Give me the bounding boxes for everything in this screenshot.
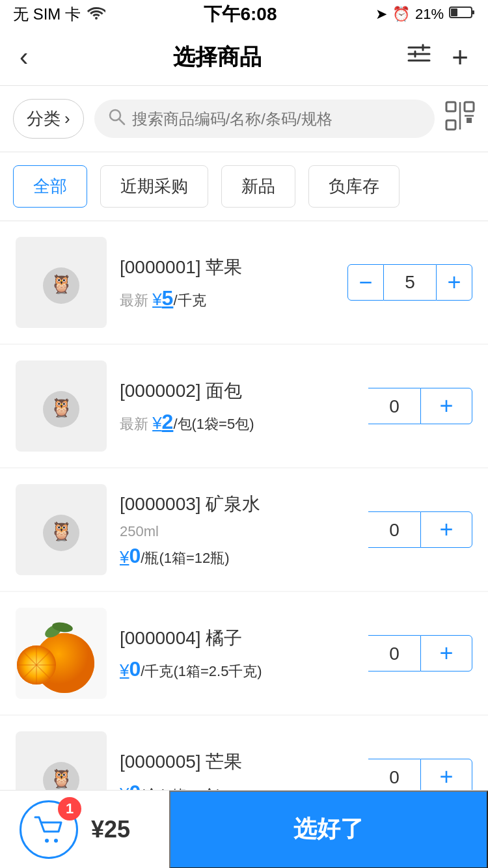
product-image: 🦉 — [16, 237, 107, 328]
quantity-value: 0 — [368, 388, 420, 424]
product-price: 最新 ¥2/包(1袋=5包) — [120, 410, 355, 434]
svg-text:🦉: 🦉 — [50, 521, 73, 542]
quantity-input[interactable] — [384, 264, 436, 301]
product-price: ¥0/千克(1箱=2.5千克) — [120, 657, 355, 681]
product-image — [16, 608, 107, 699]
quantity-control: 0 + — [368, 511, 472, 548]
svg-rect-2 — [472, 10, 474, 14]
quantity-value: 0 — [368, 511, 420, 548]
product-name: [0000004] 橘子 — [120, 626, 355, 651]
quantity-control: 0 + — [368, 635, 472, 671]
page-title: 选择商品 — [173, 42, 262, 72]
svg-rect-1 — [451, 8, 457, 16]
product-spec: 250ml — [120, 523, 355, 540]
product-name: [0000002] 面包 — [120, 379, 355, 403]
sim-status: 无 SIM 卡 — [13, 4, 81, 25]
nav-icons: + — [406, 41, 468, 74]
cart-total: ¥25 — [91, 816, 130, 843]
svg-point-37 — [45, 839, 49, 843]
search-box[interactable] — [94, 100, 435, 138]
category-button[interactable]: 分类 › — [13, 99, 84, 139]
product-info: [0000001] 苹果 最新 ¥5/千克 — [120, 255, 334, 310]
svg-text:🦉: 🦉 — [50, 273, 73, 295]
product-price: 最新 ¥5/千克 — [120, 286, 334, 310]
status-bar: 无 SIM 卡 下午6:08 ➤ ⏰ 21% — [0, 0, 488, 29]
product-item: [0000004] 橘子 ¥0/千克(1箱=2.5千克) 0 + — [0, 592, 488, 714]
cart-badge: 1 — [58, 797, 81, 821]
status-left: 无 SIM 卡 — [13, 4, 105, 25]
filter-icon[interactable] — [406, 42, 432, 72]
quantity-plus-button[interactable]: + — [420, 511, 472, 548]
svg-rect-11 — [465, 102, 474, 111]
add-icon[interactable]: + — [452, 41, 468, 74]
tab-negative-stock[interactable]: 负库存 — [308, 165, 400, 208]
cart-area: 1 ¥25 — [0, 800, 169, 859]
product-name: [0000001] 苹果 — [120, 255, 334, 280]
back-button[interactable]: ‹ — [20, 42, 28, 72]
status-right: ➤ ⏰ 21% — [375, 5, 475, 23]
cart-button[interactable]: 1 — [20, 800, 78, 859]
wifi-icon — [87, 5, 105, 23]
svg-rect-15 — [467, 118, 472, 123]
product-item: 🦉 [0000003] 矿泉水 250ml ¥0/瓶(1箱=12瓶) 0 + — [0, 468, 488, 591]
product-price: ¥0/瓶(1箱=12瓶) — [120, 544, 355, 568]
search-icon — [107, 107, 126, 130]
bottom-bar: 1 ¥25 选好了 — [0, 790, 488, 868]
quantity-plus-button[interactable]: + — [420, 388, 472, 424]
svg-text:🦉: 🦉 — [50, 768, 73, 789]
quantity-plus-button[interactable]: + — [420, 635, 472, 671]
product-name: [0000003] 矿泉水 — [120, 492, 355, 517]
search-input[interactable] — [132, 110, 422, 128]
product-list: 🦉 [0000001] 苹果 最新 ¥5/千克 − + 🦉 [0000002] … — [0, 221, 488, 868]
tab-all[interactable]: 全部 — [13, 165, 87, 208]
svg-text:🦉: 🦉 — [50, 397, 73, 418]
svg-rect-12 — [446, 120, 455, 129]
status-time: 下午6:08 — [204, 2, 277, 27]
svg-rect-10 — [446, 102, 455, 111]
tab-recent[interactable]: 近期采购 — [100, 165, 208, 208]
product-item: 🦉 [0000002] 面包 最新 ¥2/包(1袋=5包) 0 + — [0, 345, 488, 467]
quantity-plus-button[interactable]: + — [436, 264, 472, 301]
product-image: 🦉 — [16, 484, 107, 575]
alarm-icon: ⏰ — [392, 6, 410, 23]
nav-bar: ‹ 选择商品 + — [0, 29, 488, 86]
quantity-control: 0 + — [368, 388, 472, 424]
product-info: [0000003] 矿泉水 250ml ¥0/瓶(1箱=12瓶) — [120, 492, 355, 568]
tab-bar: 全部 近期采购 新品 负库存 — [0, 152, 488, 221]
product-info: [0000002] 面包 最新 ¥2/包(1袋=5包) — [120, 379, 355, 434]
product-name: [0000005] 芒果 — [120, 750, 355, 774]
location-icon: ➤ — [375, 6, 387, 23]
category-label: 分类 — [27, 107, 61, 130]
svg-point-38 — [54, 839, 58, 843]
svg-line-9 — [119, 119, 124, 124]
product-info: [0000004] 橘子 ¥0/千克(1箱=2.5千克) — [120, 626, 355, 681]
tab-new[interactable]: 新品 — [221, 165, 295, 208]
product-item: 🦉 [0000001] 苹果 最新 ¥5/千克 − + — [0, 221, 488, 344]
confirm-button[interactable]: 选好了 — [169, 791, 488, 869]
quantity-minus-button[interactable]: − — [347, 264, 384, 301]
quantity-value: 0 — [368, 635, 420, 671]
battery-icon — [449, 5, 475, 23]
product-image: 🦉 — [16, 360, 107, 452]
scan-icon[interactable] — [445, 101, 475, 137]
quantity-control: − + — [347, 264, 472, 301]
chevron-right-icon: › — [64, 109, 70, 129]
filter-bar: 分类 › — [0, 86, 488, 152]
battery-level: 21% — [415, 6, 444, 23]
